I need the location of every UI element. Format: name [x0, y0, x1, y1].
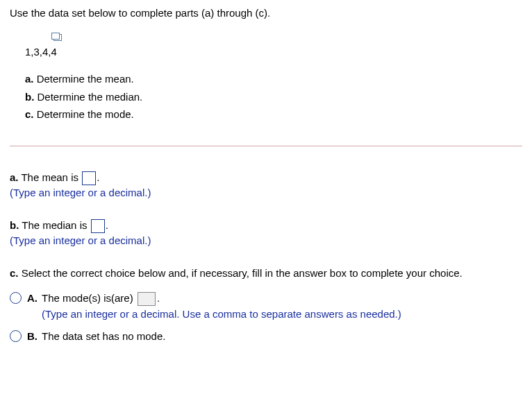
answer-b-before: The median is: [22, 219, 87, 231]
median-input[interactable]: [91, 219, 105, 233]
answer-a-block: a. The mean is . (Type an integer or a d…: [10, 170, 522, 201]
part-a: a. Determine the mean.: [25, 70, 522, 88]
mean-input[interactable]: [82, 171, 96, 185]
mode-input[interactable]: [138, 292, 156, 306]
radio-choice-b[interactable]: [10, 330, 22, 342]
answer-b-hint: (Type an integer or a decimal.): [10, 233, 522, 249]
dataset-values: 1,3,4,4: [25, 46, 522, 58]
instructions-text: Use the data set below to complete parts…: [10, 7, 522, 19]
part-c-label: c.: [25, 108, 34, 120]
answer-a-after: .: [97, 171, 99, 183]
divider-line: [10, 146, 522, 146]
choice-a-hint: (Type an integer or a decimal. Use a com…: [42, 307, 522, 323]
choice-b-row: B. The data set has no mode.: [10, 329, 522, 345]
popup-icon[interactable]: [51, 33, 61, 41]
part-b-text: Determine the median.: [38, 91, 143, 103]
radio-choice-a[interactable]: [10, 292, 22, 304]
choice-a-before: The mode(s) is(are): [42, 292, 133, 304]
choice-b-label: B.: [27, 329, 38, 345]
answer-a-before: The mean is: [21, 171, 78, 183]
part-a-text: Determine the mean.: [37, 73, 134, 85]
answer-a-label: a.: [10, 171, 19, 183]
part-c: c. Determine the mode.: [25, 105, 522, 123]
parts-list: a. Determine the mean. b. Determine the …: [25, 70, 522, 123]
choice-a-row: A. The mode(s) is(are) . (Type an intege…: [10, 291, 522, 322]
part-b: b. Determine the median.: [25, 88, 522, 106]
part-a-label: a.: [25, 73, 34, 85]
answer-c-block: c. Select the correct choice below and, …: [10, 266, 522, 345]
part-c-text: Determine the mode.: [37, 108, 134, 120]
answer-b-block: b. The median is . (Type an integer or a…: [10, 218, 522, 249]
choice-b-text: The data set has no mode.: [42, 330, 165, 342]
answer-c-label: c.: [10, 267, 19, 279]
answer-a-hint: (Type an integer or a decimal.): [10, 185, 522, 201]
answer-c-text: Select the correct choice below and, if …: [22, 267, 463, 279]
answer-b-after: .: [106, 219, 108, 231]
choice-a-after: .: [157, 292, 160, 304]
part-b-label: b.: [25, 91, 34, 103]
answer-b-label: b.: [10, 219, 19, 231]
choice-a-label: A.: [27, 291, 38, 307]
